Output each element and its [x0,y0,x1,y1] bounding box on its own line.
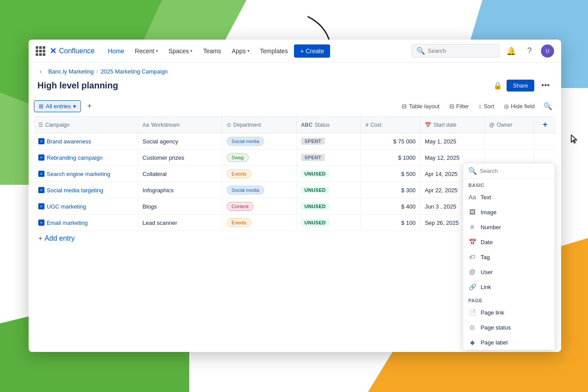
nav-templates[interactable]: Templates [256,45,293,57]
cell-status-4: UNUSED [296,198,360,215]
navbar: ✕ Confluence Home Recent ▾ Spaces ▾ Team… [29,40,561,62]
field-item-image[interactable]: 🖼 Image [463,205,555,220]
basic-section-label: BASIC [463,179,555,190]
cell-department-4: Content [222,198,297,215]
field-item-number[interactable]: # Number [463,220,555,234]
cell-workstream-2: Collateral [138,166,222,182]
table-row: ≡ Brand awareness Social agency Social m… [34,133,556,150]
cell-workstream-1: Customer prizes [138,150,222,166]
grid-icon [36,46,45,56]
field-item-page-label[interactable]: ◆ Page label [463,335,555,350]
search-input[interactable] [428,48,495,54]
lock-icon[interactable]: 🔒 [493,81,502,90]
campaign-link-0[interactable]: ≡ Brand awareness [38,138,133,145]
create-button[interactable]: + Create [294,44,330,58]
toolbar: ⊞ All entries ▾ + ⊟ Table layout ⊟ Filte… [34,96,556,117]
nav-recent[interactable]: Recent ▾ [130,45,162,57]
field-item-tag[interactable]: 🏷 Tag [463,249,555,264]
field-item-user[interactable]: @ User [463,264,555,279]
page-actions: 🔒 Share ••• [493,79,552,92]
hide-field-button[interactable]: ◎ Hide field [500,101,539,112]
nav-teams[interactable]: Teams [198,45,225,57]
campaign-link-3[interactable]: ≡ Social media targeting [38,187,133,194]
field-item-date[interactable]: 📅 Date [463,234,555,249]
all-entries-button[interactable]: ⊞ All entries ▾ [34,100,81,112]
th-status: ABC Status [296,117,360,133]
nav-home[interactable]: Home [103,45,129,57]
table-header-row: ☰ Campaign Aa Workstream [34,117,556,133]
campaign-link-5[interactable]: ≡ Email marketing [38,220,133,226]
field-item-page-status[interactable]: ⊙ Page status [463,320,555,335]
notifications-button[interactable]: 🔔 [504,44,518,58]
more-button[interactable]: ••• [539,79,552,92]
campaign-link-4[interactable]: ≡ UGC marketing [38,203,133,210]
recent-chevron: ▾ [156,48,158,53]
hide-field-label: Hide field [511,103,535,110]
add-view-button[interactable]: + [84,100,96,113]
cell-campaign-1: ≡ Rebranding campaign [34,150,138,166]
status-badge-0: SPENT [301,138,325,145]
page-link-icon: 📄 [468,308,476,316]
th-owner: @ Owner [485,117,534,133]
filter-icon: ⊟ [449,103,454,110]
toolbar-search-button[interactable]: 🔍 [540,100,556,113]
share-button[interactable]: Share [507,80,534,92]
page-status-icon: ⊙ [468,323,476,331]
th-workstream: Aa Workstream [138,117,222,133]
logo-text: Confluence [59,47,95,55]
startdate-col-icon: 📅 [425,122,431,128]
cell-status-2: UNUSED [296,166,360,182]
link-icon: 🔗 [468,283,476,291]
campaign-icon-5: ≡ [38,220,44,226]
cell-owner-0 [485,133,534,150]
table-layout-button[interactable]: ⊟ Table layout [397,101,444,112]
nav-apps[interactable]: Apps ▾ [228,45,254,57]
filter-button[interactable]: ⊟ Filter [445,101,474,112]
dropdown-search-bar: 🔍 [463,163,555,179]
department-badge-2: Events [227,169,251,178]
avatar[interactable]: U [541,44,554,58]
logo[interactable]: ✕ Confluence [36,46,95,56]
spaces-chevron: ▾ [190,48,192,53]
campaign-icon-4: ≡ [38,203,44,209]
field-text-label: Text [481,194,491,201]
cell-startdate-0: May 1, 2025 [420,133,485,150]
user-icon: @ [468,268,476,276]
hide-field-icon: ◎ [504,103,509,110]
field-item-page-link[interactable]: 📄 Page link [463,305,555,320]
campaign-link-2[interactable]: ≡ Search engine marketing [38,171,133,177]
status-badge-1: SPENT [301,154,325,161]
cell-cost-0: $ 75 000 [361,133,420,150]
toolbar-right: ⊟ Table layout ⊟ Filter ↕ Sort ◎ Hide fi… [397,100,556,113]
status-col-icon: ABC [301,122,312,128]
cell-cost-1: $ 1000 [361,150,420,166]
cell-department-2: Events [222,166,297,182]
sort-button[interactable]: ↕ Sort [474,101,498,112]
nav-spaces[interactable]: Spaces ▾ [164,45,197,57]
cell-status-3: UNUSED [296,182,360,198]
cell-campaign-4: ≡ UGC marketing [34,198,138,215]
field-item-text[interactable]: Aa Text [463,190,555,205]
help-button[interactable]: ? [522,44,537,58]
campaign-link-1[interactable]: ≡ Rebranding campaign [38,154,133,161]
cell-cost-2: $ 500 [361,166,420,182]
field-number-label: Number [481,224,501,231]
status-badge-4: UNUSED [301,203,329,210]
page-title-row: High level planning 🔒 Share ••• [29,77,561,96]
breadcrumb-back[interactable]: ‹ [37,67,44,76]
table-layout-label: Table layout [409,103,439,110]
dropdown-search-input[interactable] [480,168,549,174]
search-icon: 🔍 [416,47,425,55]
breadcrumb-parent1[interactable]: Banc.ly Marketing [48,68,94,75]
cursor [570,134,580,147]
breadcrumb-parent2[interactable]: 2025 Marketing Campaign [101,68,168,75]
tag-icon: 🏷 [468,253,476,261]
logo-x: ✕ [50,46,56,56]
sort-label: Sort [484,103,494,110]
add-column-button[interactable]: + [539,120,551,129]
campaign-col-icon: ☰ [38,122,43,128]
field-item-link[interactable]: 🔗 Link [463,279,555,294]
search-bar[interactable]: 🔍 [412,44,500,58]
field-image-label: Image [481,209,496,216]
department-badge-0: Social media [227,137,264,146]
